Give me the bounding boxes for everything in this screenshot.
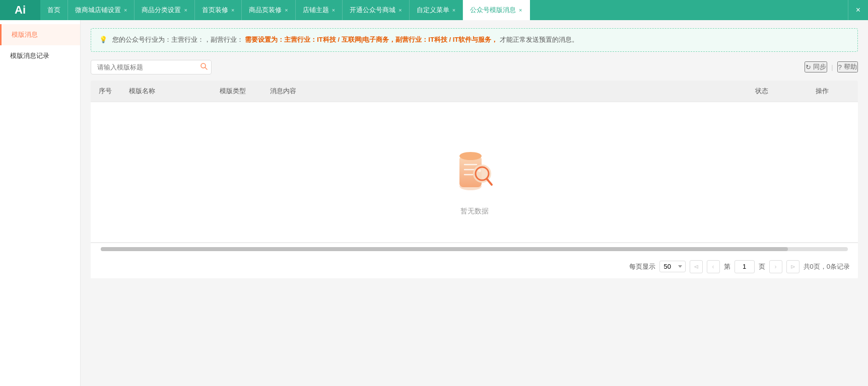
scrollbar-track[interactable] [101,247,848,251]
svg-line-1 [205,67,207,69]
table-col-5: 操作 [808,81,858,102]
nav-tab-label-2: 商品分类设置 [142,6,181,15]
scrollbar-thumb[interactable] [101,247,788,251]
nav-tab-3[interactable]: 首页装修× [195,0,242,20]
page-body: 模版消息模版消息记录 💡 您的公众号行业为：主营行业：，副营行业： 需要设置为：… [0,20,868,386]
table-col-3: 消息内容 [262,81,747,102]
bulb-icon: 💡 [99,36,107,43]
next-page-button[interactable]: › [769,260,782,273]
table-col-2: 模版类型 [212,81,262,102]
table-wrapper: 序号模版名称模版类型消息内容状态操作 [91,81,858,278]
empty-text: 暂无数据 [99,207,850,216]
help-icon: ? [838,63,842,71]
sidebar: 模版消息模版消息记录 [0,20,81,386]
notice-box: 💡 您的公众号行业为：主营行业：，副营行业： 需要设置为：主营行业：IT科技 /… [91,28,858,52]
page-suffix: 页 [759,262,765,271]
nav-tab-close-5[interactable]: × [332,7,335,13]
nav-tab-1[interactable]: 微商城店铺设置× [68,0,135,20]
nav-tab-close-7[interactable]: × [452,7,455,13]
scrollbar-area [91,243,858,255]
nav-tab-close-4[interactable]: × [285,7,288,13]
page-size-select[interactable]: 102050100 [659,261,686,272]
table-body: 暂无数据 [91,102,858,242]
sync-label: 同步 [813,62,826,71]
nav-tab-close-3[interactable]: × [231,7,234,13]
table-col-0: 序号 [91,81,121,102]
search-bar: ↻ 同步 | ? 帮助 [91,60,858,74]
empty-state: 暂无数据 [99,108,850,236]
last-page-button[interactable]: ⊳ [786,260,799,273]
pagination: 每页显示 102050100 ⊲ ‹ 第 页 › ⊳ 共0页，0条记录 [91,255,858,278]
top-nav: Ai 首页微商城店铺设置×商品分类设置×首页装修×商品页装修×店铺主题×开通公众… [0,0,868,20]
divider: | [831,63,833,71]
nav-tab-label-1: 微商城店铺设置 [75,6,121,15]
current-page-prefix: 第 [724,262,730,271]
nav-tab-label-8: 公众号模版消息 [470,6,516,15]
nav-tab-close-8[interactable]: × [519,7,522,13]
main-content: 💡 您的公众号行业为：主营行业：，副营行业： 需要设置为：主营行业：IT科技 /… [81,20,868,386]
svg-line-11 [487,179,492,185]
notice-highlight: 需要设置为：主营行业：IT科技 / 互联网|电子商务，副营行业：IT科技 / I… [245,36,498,43]
table-col-1: 模版名称 [121,81,212,102]
table-col-4: 状态 [747,81,808,102]
search-input[interactable] [91,60,212,74]
help-button[interactable]: ? 帮助 [837,61,858,72]
nav-tab-label-5: 店铺主题 [303,6,329,15]
table-head: 序号模版名称模版类型消息内容状态操作 [91,81,858,102]
nav-tab-8[interactable]: 公众号模版消息× [463,0,529,20]
sync-icon: ↻ [806,63,811,71]
empty-row: 暂无数据 [91,102,858,242]
sync-button[interactable]: ↻ 同步 [805,61,827,72]
nav-tab-5[interactable]: 店铺主题× [296,0,343,20]
nav-tab-7[interactable]: 自定义菜单× [410,0,463,20]
nav-tab-2[interactable]: 商品分类设置× [135,0,194,20]
search-actions: ↻ 同步 | ? 帮助 [805,61,858,72]
nav-tabs: 首页微商城店铺设置×商品分类设置×首页装修×商品页装修×店铺主题×开通公众号商城… [40,0,848,20]
nav-tab-close-1[interactable]: × [124,7,127,13]
nav-tab-6[interactable]: 开通公众号商城× [343,0,409,20]
svg-point-5 [459,152,482,160]
notice-suffix: 才能正常发送预置的消息。 [500,36,578,43]
empty-icon [444,138,505,199]
empty-cell: 暂无数据 [91,102,858,242]
nav-tab-close-2[interactable]: × [184,7,187,13]
search-button[interactable] [200,62,208,71]
nav-tab-0[interactable]: 首页 [40,0,68,20]
data-table: 序号模版名称模版类型消息内容状态操作 [91,81,858,243]
page-size-label: 每页显示 [629,262,655,271]
search-input-wrap [91,60,212,74]
table-header-row: 序号模版名称模版类型消息内容状态操作 [91,81,858,102]
total-info: 共0页，0条记录 [804,262,850,271]
nav-tab-label-6: 开通公众号商城 [350,6,395,15]
nav-tab-label-3: 首页装修 [202,6,228,15]
first-page-button[interactable]: ⊲ [690,260,703,273]
global-close-button[interactable]: × [848,0,868,20]
search-icon [200,62,208,70]
nav-tab-4[interactable]: 商品页装修× [242,0,295,20]
nav-tab-close-6[interactable]: × [398,7,402,13]
notice-prefix: 您的公众号行业为：主营行业：，副营行业： [112,36,243,43]
nav-tab-label-4: 商品页装修 [249,6,282,15]
help-label: 帮助 [844,62,857,71]
sidebar-item-0[interactable]: 模版消息 [0,24,80,45]
svg-point-12 [478,169,481,172]
nav-tab-label-0: 首页 [47,6,60,15]
nav-tab-label-7: 自定义菜单 [417,6,449,15]
logo: Ai [0,0,40,20]
page-number-input[interactable] [735,260,755,273]
prev-page-button[interactable]: ‹ [707,260,720,273]
sidebar-item-1[interactable]: 模版消息记录 [0,45,80,66]
